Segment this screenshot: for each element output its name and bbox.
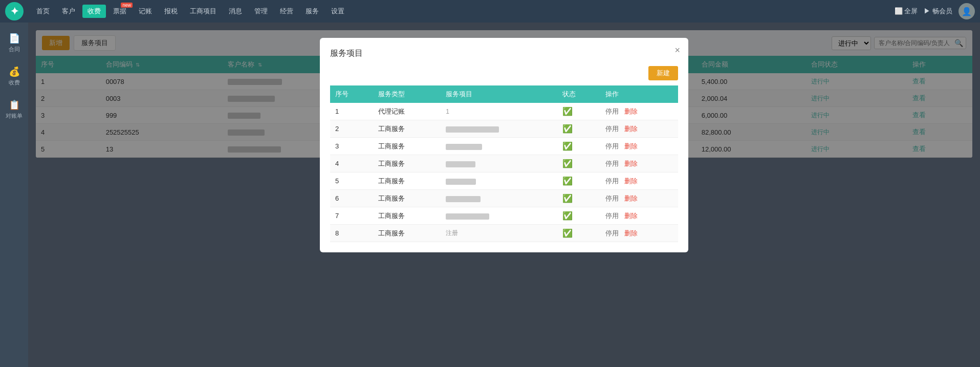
status-check-icon: ✅ (562, 124, 573, 133)
status-check-icon: ✅ (562, 229, 573, 238)
modal-cell-seq: 3 (330, 138, 373, 155)
modal-col-seq: 序号 (330, 85, 373, 103)
list-item: 4 工商服务 ✅ 停用 删除 (330, 155, 678, 172)
stop-button[interactable]: 停用 (605, 107, 619, 115)
status-check-icon: ✅ (562, 177, 573, 185)
modal-cell-seq: 5 (330, 172, 373, 190)
modal-table-body: 1 代理记账 1 ✅ 停用 删除 2 工商服务 ✅ 停用 删除 3 工商服务 ✅ (330, 103, 678, 242)
main-content-area: 新增 服务项目 进行中 全部 已结束 🔍 (28, 23, 980, 367)
nav-right-area: ⬜ 全屏 ▶ 畅会员 👤 (895, 3, 975, 19)
nav-charge[interactable]: 收费 (82, 5, 106, 18)
modal-cell-item (441, 190, 557, 207)
sidebar-item-contract[interactable]: 📄 合同 (2, 28, 27, 58)
status-check-icon: ✅ (562, 211, 573, 220)
modal-cell-action[interactable]: 停用 删除 (600, 172, 678, 190)
nav-settings[interactable]: 设置 (326, 5, 350, 18)
service-items-table: 序号 服务类型 服务项目 状态 操作 1 代理记账 1 ✅ 停用 (330, 85, 678, 242)
modal-toolbar: 新建 (330, 66, 678, 80)
sidebar-item-reconciliation[interactable]: 📋 对账单 (2, 94, 27, 125)
list-item: 2 工商服务 ✅ 停用 删除 (330, 120, 678, 138)
modal-cell-action[interactable]: 停用 删除 (600, 207, 678, 225)
modal-title: 服务项目 (330, 48, 678, 59)
modal-cell-action[interactable]: 停用 删除 (600, 103, 678, 120)
nav-ticket[interactable]: 票据 new (108, 5, 132, 18)
charge-icon: 💰 (9, 66, 20, 77)
delete-button[interactable]: 删除 (624, 125, 638, 133)
modal-cell-type: 工商服务 (373, 207, 441, 225)
nav-operation[interactable]: 经营 (275, 5, 298, 18)
modal-cell-action[interactable]: 停用 删除 (600, 120, 678, 138)
modal-close-button[interactable]: × (674, 45, 680, 56)
modal-cell-status: ✅ (557, 138, 600, 155)
list-item: 1 代理记账 1 ✅ 停用 删除 (330, 103, 678, 120)
avatar[interactable]: 👤 (959, 3, 975, 19)
sidebar-label-contract: 合同 (9, 46, 20, 53)
stop-button[interactable]: 停用 (605, 212, 619, 220)
modal-cell-item: 1 (441, 103, 557, 120)
delete-button[interactable]: 删除 (624, 107, 638, 115)
modal-col-action: 操作 (600, 85, 678, 103)
modal-cell-type: 代理记账 (373, 103, 441, 120)
sidebar-label-reconciliation: 对账单 (6, 112, 23, 120)
list-item: 6 工商服务 ✅ 停用 删除 (330, 190, 678, 207)
status-check-icon: ✅ (562, 159, 573, 168)
reconciliation-icon: 📋 (9, 99, 20, 111)
modal-cell-type: 工商服务 (373, 120, 441, 138)
modal-cell-status: ✅ (557, 103, 600, 120)
stop-button[interactable]: 停用 (605, 125, 619, 133)
delete-button[interactable]: 删除 (624, 142, 638, 150)
fullscreen-button[interactable]: ⬜ 全屏 (895, 7, 918, 16)
modal-cell-item (441, 207, 557, 225)
delete-button[interactable]: 删除 (624, 160, 638, 167)
list-item: 7 工商服务 ✅ 停用 删除 (330, 207, 678, 225)
status-check-icon: ✅ (562, 194, 573, 203)
stop-button[interactable]: 停用 (605, 229, 619, 237)
nav-customer[interactable]: 客户 (57, 5, 80, 18)
delete-button[interactable]: 删除 (624, 195, 638, 202)
modal-cell-seq: 2 (330, 120, 373, 138)
modal-cell-item (441, 120, 557, 138)
modal-new-button[interactable]: 新建 (648, 66, 678, 80)
delete-button[interactable]: 删除 (624, 229, 638, 237)
modal-cell-item (441, 155, 557, 172)
new-badge: new (121, 3, 133, 8)
sidebar-item-charge[interactable]: 💰 收费 (2, 61, 27, 92)
modal-cell-type: 工商服务 (373, 225, 441, 242)
modal-cell-type: 工商服务 (373, 172, 441, 190)
modal-cell-action[interactable]: 停用 删除 (600, 138, 678, 155)
modal-cell-item (441, 172, 557, 190)
modal-cell-item (441, 138, 557, 155)
stop-button[interactable]: 停用 (605, 142, 619, 150)
nav-manage[interactable]: 管理 (249, 5, 273, 18)
main-layout: 📄 合同 💰 收费 📋 对账单 新增 服务项目 进行中 全部 已结束 (0, 23, 980, 367)
modal-cell-status: ✅ (557, 190, 600, 207)
modal-col-type: 服务类型 (373, 85, 441, 103)
nav-home[interactable]: 首页 (31, 5, 55, 18)
stop-button[interactable]: 停用 (605, 177, 619, 185)
stop-button[interactable]: 停用 (605, 195, 619, 202)
modal-cell-action[interactable]: 停用 删除 (600, 155, 678, 172)
modal-col-item: 服务项目 (441, 85, 557, 103)
modal-table-wrap[interactable]: 序号 服务类型 服务项目 状态 操作 1 代理记账 1 ✅ 停用 (330, 85, 678, 242)
nav-service[interactable]: 服务 (300, 5, 324, 18)
nav-bookkeeping[interactable]: 记账 (134, 5, 157, 18)
stop-button[interactable]: 停用 (605, 160, 619, 167)
nav-business[interactable]: 工商项目 (185, 5, 222, 18)
membership-button[interactable]: ▶ 畅会员 (924, 7, 952, 16)
modal-cell-seq: 7 (330, 207, 373, 225)
modal-cell-action[interactable]: 停用 删除 (600, 225, 678, 242)
top-navigation: ✦ 首页 客户 收费 票据 new 记账 报税 工商项目 消息 管理 经营 服务… (0, 0, 980, 23)
service-items-modal: 服务项目 × 新建 序号 服务类型 服务项目 状态 操作 (320, 38, 688, 252)
modal-cell-seq: 4 (330, 155, 373, 172)
status-check-icon: ✅ (562, 142, 573, 150)
delete-button[interactable]: 删除 (624, 177, 638, 185)
modal-cell-seq: 8 (330, 225, 373, 242)
nav-tax[interactable]: 报税 (159, 5, 183, 18)
modal-cell-status: ✅ (557, 155, 600, 172)
delete-button[interactable]: 删除 (624, 212, 638, 220)
modal-cell-action[interactable]: 停用 删除 (600, 190, 678, 207)
nav-message[interactable]: 消息 (224, 5, 247, 18)
modal-header-row: 序号 服务类型 服务项目 状态 操作 (330, 85, 678, 103)
contract-icon: 📄 (9, 33, 20, 44)
list-item: 5 工商服务 ✅ 停用 删除 (330, 172, 678, 190)
